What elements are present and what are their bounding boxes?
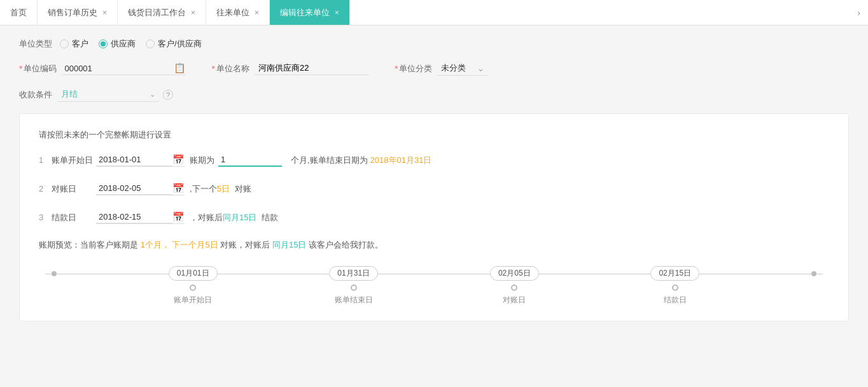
main-content: 单位类型 客户 供应商 客户/供应商 * 单位编码 xyxy=(0,25,868,387)
radio-supplier-label: 供应商 xyxy=(111,38,136,50)
category-value: 未分类 xyxy=(441,62,466,74)
code-star: * xyxy=(19,64,22,74)
tl-badge-1: 01月01日 xyxy=(169,266,218,281)
step-2-cal-icon[interactable]: 📅 xyxy=(172,183,185,194)
timeline-container: 01月01日 账单开始日 01月31日 账单结束日 02月05日 对账日 xyxy=(39,266,829,306)
step-1-date-wrap: 📅 xyxy=(96,153,185,167)
timeline-end-dot xyxy=(811,266,816,306)
step-1-desc-before: 账期为 xyxy=(190,155,214,166)
payment-item: 收款条件 月结 ⌄ ? xyxy=(19,87,173,102)
step-3-cal-icon[interactable]: 📅 xyxy=(172,211,185,223)
step-2-name: 对账日 xyxy=(52,183,96,195)
preview-end: 该客户会给我打款。 xyxy=(309,240,383,250)
radio-customer-label: 客户 xyxy=(72,38,88,50)
unit-type-item: 单位类型 客户 供应商 客户/供应商 xyxy=(19,38,202,50)
radio-supplier[interactable]: 供应商 xyxy=(99,38,136,50)
step-1-cal-icon[interactable]: 📅 xyxy=(172,154,185,165)
code-copy-icon[interactable]: 📋 xyxy=(174,62,186,74)
preview-p1: 1个月， xyxy=(141,240,170,250)
name-label: 单位名称 xyxy=(216,63,249,74)
tab-cash-flow-close[interactable]: × xyxy=(191,8,195,17)
tl-start-circle xyxy=(52,271,57,276)
period-settings-box: 请按照未来的一个完整帐期进行设置 1 账单开始日 📅 账期为 个月,账单结束日期… xyxy=(19,113,849,321)
preview-p3: 同月15日 xyxy=(272,240,306,250)
tab-sales-history[interactable]: 销售订单历史 × xyxy=(38,0,118,25)
radio-both[interactable]: 客户/供应商 xyxy=(146,38,202,50)
tab-edit-unit[interactable]: 编辑往来单位 × xyxy=(270,0,350,25)
period-input[interactable] xyxy=(218,153,282,167)
timeline-node-2: 01月31日 账单结束日 xyxy=(329,266,378,306)
tab-edit-unit-label: 编辑往来单位 xyxy=(280,7,330,18)
step-2-highlight: 5日 xyxy=(217,183,230,195)
section-instruction: 请按照未来的一个完整帐期进行设置 xyxy=(39,129,829,141)
unit-type-label: 单位类型 xyxy=(19,38,52,50)
payment-help-icon[interactable]: ? xyxy=(163,90,173,100)
payment-chevron-icon: ⌄ xyxy=(150,90,155,99)
unit-type-radio-group: 客户 供应商 客户/供应商 xyxy=(60,38,202,50)
step-2-desc-suffix: 对账 xyxy=(235,183,251,195)
step-2-date-input[interactable] xyxy=(96,182,172,195)
step-2-num: 2 xyxy=(39,184,52,194)
step-1-end-date: 2018年01月31日 xyxy=(370,155,432,166)
tl-end-circle xyxy=(811,271,816,276)
preview-text: 账期预览：当前客户账期是 1个月， 下一个月5日 对账，对账后 同月15日 该客… xyxy=(39,239,829,251)
step-2-desc-prefix: ,下一个 xyxy=(190,183,217,195)
radio-supplier-circle xyxy=(99,39,108,48)
category-item: * 单位分类 未分类 ⌄ xyxy=(395,61,488,76)
code-input[interactable] xyxy=(62,62,174,74)
step-2-date-wrap: 📅 xyxy=(96,182,185,195)
tabs-bar: 首页 销售订单历史 × 钱货日清工作台 × 往来单位 × 编辑往来单位 × › xyxy=(0,0,868,25)
payment-label: 收款条件 xyxy=(19,89,52,101)
step-1-date-input[interactable] xyxy=(96,153,172,166)
step-3-date-wrap: 📅 xyxy=(96,211,185,224)
radio-customer[interactable]: 客户 xyxy=(60,38,88,50)
code-item: * 单位编码 📋 xyxy=(19,62,186,75)
step-3-num: 3 xyxy=(39,213,52,222)
step-3-row: 3 结款日 📅 ，对账后 同月15日 结款 xyxy=(39,211,829,224)
step-3-name: 结款日 xyxy=(52,212,96,223)
code-name-cat-row: * 单位编码 📋 * 单位名称 * 单位分类 未分类 ⌄ xyxy=(19,61,849,76)
tab-unit-close[interactable]: × xyxy=(255,8,259,17)
tl-badge-4: 02月15日 xyxy=(650,266,699,281)
step-2-row: 2 对账日 📅 ,下一个 5日 对账 xyxy=(39,182,829,195)
radio-both-circle xyxy=(146,39,155,48)
tab-sales-history-close[interactable]: × xyxy=(102,8,107,17)
tl-label-3: 对账日 xyxy=(503,295,526,306)
tl-badge-2: 01月31日 xyxy=(329,266,378,281)
name-star: * xyxy=(211,64,214,74)
tab-cash-flow[interactable]: 钱货日清工作台 × xyxy=(118,0,206,25)
tab-unit[interactable]: 往来单位 × xyxy=(206,0,270,25)
timeline-nodes: 01月01日 账单开始日 01月31日 账单结束日 02月05日 对账日 xyxy=(52,266,816,306)
tab-edit-unit-close[interactable]: × xyxy=(335,8,339,17)
tl-badge-3: 02月05日 xyxy=(490,266,539,281)
unit-type-row: 单位类型 客户 供应商 客户/供应商 xyxy=(19,38,849,50)
tl-dot-2 xyxy=(351,285,357,291)
code-input-wrap: 📋 xyxy=(62,62,186,75)
category-chevron-icon: ⌄ xyxy=(477,64,484,73)
payment-value: 月结 xyxy=(61,88,150,100)
preview-label: 账期预览：当前客户账期是 xyxy=(39,240,138,250)
tl-label-2: 账单结束日 xyxy=(335,295,373,306)
radio-customer-circle xyxy=(60,39,69,48)
tl-dot-4 xyxy=(672,285,678,291)
name-input[interactable] xyxy=(255,62,369,75)
step-3-date-input[interactable] xyxy=(96,211,172,223)
tab-home[interactable]: 首页 xyxy=(0,0,38,25)
step-1-num: 1 xyxy=(39,155,52,165)
step-3-highlight: 同月15日 xyxy=(223,212,256,223)
tabs-more-icon[interactable]: › xyxy=(850,8,868,18)
category-select[interactable]: 未分类 ⌄ xyxy=(437,61,488,76)
tl-label-1: 账单开始日 xyxy=(174,295,212,306)
category-label: 单位分类 xyxy=(399,63,432,74)
tl-dot-1 xyxy=(190,285,196,291)
timeline-node-4: 02月15日 结款日 xyxy=(650,266,699,306)
timeline-node-1: 01月01日 账单开始日 xyxy=(169,266,218,306)
payment-select[interactable]: 月结 ⌄ xyxy=(57,87,159,102)
tab-home-label: 首页 xyxy=(10,7,27,18)
preview-mid: 对账，对账后 xyxy=(220,240,270,250)
timeline-start-dot xyxy=(52,266,57,306)
code-label: 单位编码 xyxy=(24,63,57,74)
payment-row: 收款条件 月结 ⌄ ? xyxy=(19,87,849,102)
step-3-desc-suffix: 结款 xyxy=(262,212,278,223)
timeline-node-3: 02月05日 对账日 xyxy=(490,266,539,306)
